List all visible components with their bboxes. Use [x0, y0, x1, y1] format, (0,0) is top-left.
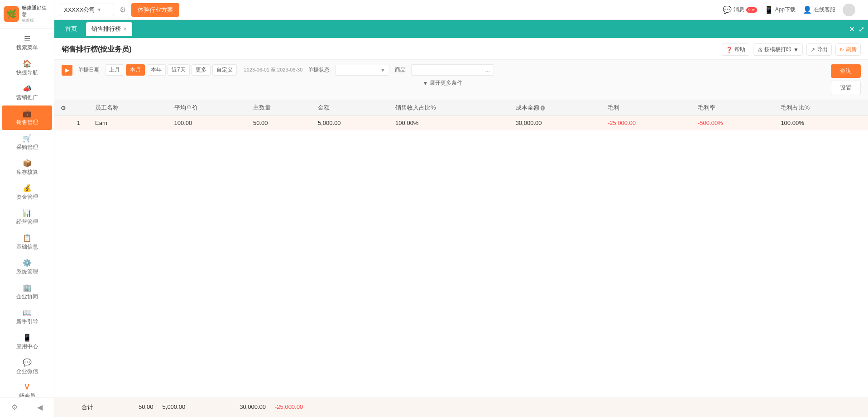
sidebar-settings-button[interactable]: ⚙: [10, 401, 19, 413]
sidebar-item-sales[interactable]: 💼 销售管理: [2, 105, 52, 130]
system-icon: ⚙️: [23, 259, 32, 267]
tab-label: 销售排行榜: [91, 25, 121, 33]
sidebar-item-label: 应用中心: [16, 343, 38, 350]
sidebar-item-marketing[interactable]: 📣 营销推广: [2, 81, 52, 105]
user-avatar[interactable]: [843, 4, 855, 16]
tab-close-icon[interactable]: ×: [124, 26, 127, 32]
sidebar-item-search-order[interactable]: ☰ 搜索菜单: [2, 31, 52, 55]
page-actions: ❓ 帮助 🖨 按模板打印 ▼ ↗ 导出 ↻ 刷新: [722, 43, 861, 56]
message-icon: 💬: [723, 5, 732, 14]
app-download-button[interactable]: 📱 App下载: [764, 5, 796, 14]
settings-button[interactable]: 设置: [831, 81, 861, 95]
filter-expand-arrow[interactable]: ▶: [62, 65, 72, 76]
expand-more-btn[interactable]: ▼ 展开更多条件: [419, 77, 466, 89]
sidebar-item-member[interactable]: V 畅会员: [2, 379, 52, 397]
help-button[interactable]: ❓ 帮助: [722, 43, 749, 56]
template-print-button[interactable]: 🖨 按模板打印 ▼: [753, 43, 803, 56]
footer-label: 合计: [77, 402, 98, 413]
sidebar-item-system[interactable]: ⚙️ 系统管理: [2, 255, 52, 279]
sidebar-item-inventory[interactable]: 📦 库存核算: [2, 155, 52, 180]
date-btn-last-month[interactable]: 上月: [105, 64, 124, 76]
tab-home[interactable]: 首页: [58, 21, 84, 37]
query-button[interactable]: 查询: [831, 64, 861, 78]
tab-sales-ranking[interactable]: 销售排行榜 ×: [86, 22, 132, 36]
sidebar-item-finance[interactable]: 💰 资金管理: [2, 180, 52, 205]
page-title: 销售排行榜(按业务员): [62, 45, 132, 54]
cell-gross-ratio: 100.00%: [776, 116, 868, 130]
sidebar-item-label: 快捷导航: [16, 69, 38, 77]
cell-rank: 1: [72, 116, 91, 130]
cell-settings: [54, 116, 72, 130]
window-expand-icon[interactable]: ⤢: [858, 25, 864, 34]
message-button[interactable]: 💬 消息 99+: [723, 5, 757, 14]
online-service-label: 在线客服: [814, 6, 835, 14]
expand-down-icon: ▼: [423, 80, 428, 86]
help-icon: ❓: [726, 47, 733, 53]
sidebar-item-label: 库存核算: [16, 168, 38, 176]
online-service-button[interactable]: 👤 在线客服: [803, 5, 835, 14]
cost-info-icon[interactable]: i: [541, 105, 544, 110]
filter-actions: 查询 设置: [831, 64, 861, 95]
sidebar-item-app-center[interactable]: 📱 应用中心: [2, 330, 52, 354]
window-close-icon[interactable]: ✕: [849, 25, 855, 34]
cell-amount: 5,000.00: [313, 116, 391, 130]
expand-row: ▼ 展开更多条件: [62, 76, 824, 91]
goods-search-field[interactable]: [415, 67, 483, 73]
refresh-button[interactable]: ↻ 刷新: [835, 43, 861, 56]
app-center-icon: 📱: [23, 333, 32, 342]
company-selector[interactable]: XXXXX公司 ▼: [60, 4, 114, 16]
col-rank: [72, 100, 91, 116]
sidebar-collapse-button[interactable]: ◀: [35, 401, 44, 413]
sidebar-item-quick-nav[interactable]: 🏠 快捷导航: [2, 56, 52, 80]
column-settings-icon[interactable]: ⚙: [61, 105, 66, 111]
refresh-icon: ↻: [839, 47, 844, 53]
cell-cost: 30,000.00: [511, 116, 603, 130]
sidebar-item-enterprise-wechat[interactable]: 💬 企业微信: [2, 355, 52, 379]
finance-icon: 💰: [23, 184, 32, 192]
export-button[interactable]: ↗ 导出: [806, 43, 832, 56]
enterprise-icon: 🏢: [23, 283, 32, 292]
tab-bar-right: ✕ ⤢: [849, 25, 864, 34]
sidebar-item-enterprise[interactable]: 🏢 企业协同: [2, 280, 52, 304]
sidebar-item-label: 企业协同: [16, 293, 38, 301]
date-btn-this-month[interactable]: 本月: [126, 64, 145, 76]
sidebar-item-label: 营销推广: [16, 94, 38, 101]
sidebar-item-label: 搜索菜单: [16, 44, 38, 52]
col-gross: 毛利: [603, 100, 693, 116]
marketing-icon: 📣: [23, 84, 32, 93]
date-btn-7days[interactable]: 近7天: [168, 64, 190, 76]
filter-row-1: ▶ 单据日期 上月 本月 本年 近7天 更多 自定义 2023-06-01 至 …: [62, 64, 824, 76]
app-name: 畅康通好生意: [22, 5, 50, 18]
sidebar-item-guide[interactable]: 📖 新手引导: [2, 305, 52, 329]
status-label: 单据状态: [308, 66, 330, 74]
sidebar-item-basic-info[interactable]: 📋 基础信息: [2, 230, 52, 254]
table-header-row: ⚙ 员工名称 平均单价 主数量 金额 销售收入占比% 成本全额 i 毛利 毛利率…: [54, 100, 868, 116]
status-chevron-icon: ▼: [380, 67, 385, 73]
sidebar-item-operations[interactable]: 📊 经营管理: [2, 205, 52, 230]
sidebar-item-purchase[interactable]: 🛒 采购管理: [2, 130, 52, 155]
table-row: 1 Eam 100.00 50.00 5,000.00 100.00% 30,0…: [54, 116, 868, 130]
sidebar: 🌿 畅康通好生意 标准版 ☰ 搜索菜单 🏠 快捷导航 📣 营销推广 💼 销售管理…: [0, 0, 54, 417]
sidebar-item-label: 基础信息: [16, 243, 38, 251]
date-btn-custom[interactable]: 自定义: [212, 64, 237, 76]
cell-quantity: 50.00: [249, 116, 313, 130]
message-badge: 99+: [746, 7, 757, 13]
app-logo-icon: 🌿: [4, 6, 19, 22]
home-icon: 🏠: [23, 59, 32, 68]
search-order-icon: ☰: [24, 34, 30, 43]
date-btn-more[interactable]: 更多: [192, 64, 211, 76]
basic-info-icon: 📋: [23, 234, 32, 242]
goods-more-icon: ...: [485, 67, 490, 73]
footer-quantity: 50.00: [134, 402, 158, 413]
print-icon: 🖨: [757, 47, 762, 53]
col-avg-price: 平均单价: [170, 100, 249, 116]
trial-button[interactable]: 体验行业方案: [131, 3, 179, 17]
col-quantity: 主数量: [249, 100, 313, 116]
date-btn-this-year[interactable]: 本年: [147, 64, 166, 76]
date-range-text: 2023-06-01 至 2023-06-30: [244, 67, 303, 73]
sidebar-item-label: 经营管理: [16, 218, 38, 226]
goods-input[interactable]: ...: [411, 64, 494, 76]
header-settings-icon[interactable]: ⚙: [118, 4, 128, 16]
cell-gross-rate: -500.00%: [693, 116, 776, 130]
status-select[interactable]: ▼: [335, 65, 389, 76]
